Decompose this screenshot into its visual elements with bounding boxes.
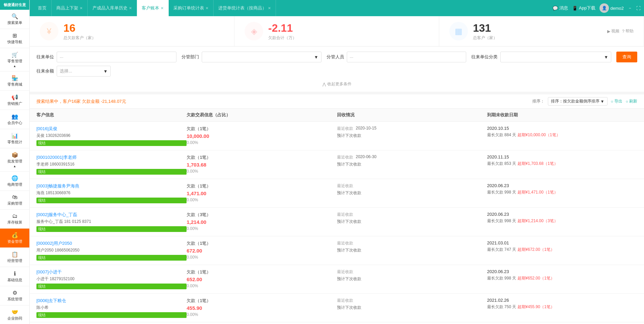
sidebar-item-purchase[interactable]: 🛍 采购管理 bbox=[0, 191, 29, 210]
stat-actions: ▶ 视频 ? 帮助 bbox=[607, 28, 634, 34]
customer-name-1[interactable]: [0001020001]李老师 bbox=[36, 154, 187, 160]
window-maximize[interactable]: ⛶ bbox=[636, 6, 641, 11]
username: demo2 bbox=[610, 6, 624, 11]
sidebar-item-batch_mgmt[interactable]: 📦 批发管理 ▲ bbox=[0, 148, 29, 172]
debt-amount-1[interactable]: 1,703.68 bbox=[187, 162, 337, 168]
search-button[interactable]: 查询 bbox=[616, 52, 637, 62]
overdue-0[interactable]: 超期¥10,000.00（1笔） bbox=[517, 132, 560, 137]
sidebar-item-search[interactable]: 🔍 搜索菜单 bbox=[0, 10, 29, 29]
stat-amount-icon: ◈ bbox=[245, 22, 263, 40]
sidebar-item-member[interactable]: 👥 会员中心 bbox=[0, 110, 29, 129]
debt-amount-6[interactable]: 455.90 bbox=[187, 305, 337, 311]
sidebar-item-enterprise[interactable]: 🤝 企业协同 bbox=[0, 305, 29, 324]
help-btn[interactable]: ? 帮助 bbox=[622, 28, 634, 34]
table-row: [0003]畅捷服务尹海燕 海燕 18513066976 现结 欠款（1笔） 1… bbox=[30, 179, 644, 208]
refresh-btn[interactable]: ○ 刷新 bbox=[626, 98, 637, 104]
tab-home[interactable]: 首页 bbox=[33, 0, 52, 16]
overdue-2[interactable]: 超期¥1,471.00（1笔） bbox=[517, 190, 558, 195]
overdue-4[interactable]: 超期¥672.00（1笔） bbox=[517, 247, 555, 252]
filter-dept-select[interactable]: ▼ bbox=[202, 52, 321, 62]
recent-payment-6: 最近收款 bbox=[337, 298, 487, 303]
filter-balance-select[interactable]: 选择... ▼ bbox=[57, 66, 111, 77]
tab-purchase[interactable]: 采购订单统计表✕ bbox=[169, 0, 214, 16]
person-dots: ··· bbox=[350, 55, 354, 60]
customer-tag-0: 现结 bbox=[36, 140, 187, 146]
customer-name-3[interactable]: [0002]服务中心_丁磊 bbox=[36, 212, 187, 218]
recent-payment-1: 最近收款 2020-06-30 bbox=[337, 154, 487, 160]
tab-customer[interactable]: 客户账本✕ bbox=[137, 0, 169, 16]
export-btn[interactable]: ○ 导出 bbox=[611, 98, 622, 104]
overdue-5[interactable]: 超期¥652.00（1笔） bbox=[517, 276, 555, 281]
sort-value: 排序：按欠款金额倒序排序 bbox=[551, 98, 599, 104]
message-icon: 💬 bbox=[553, 6, 558, 11]
customer-info-4: [000002]用户2050 用户2050 18665062050 现结 bbox=[36, 240, 187, 261]
sort-select[interactable]: 排序：按欠款金额倒序排序 ▼ bbox=[548, 97, 608, 106]
user-menu[interactable]: 👤 demo2 bbox=[599, 3, 624, 13]
customer-name-0[interactable]: [0016]吴俊 bbox=[36, 126, 187, 132]
customer-name-5[interactable]: [0007]小进干 bbox=[36, 269, 187, 275]
app-download-label: App下载 bbox=[579, 5, 595, 11]
debt-amount-5[interactable]: 652.00 bbox=[187, 276, 337, 282]
tab-products[interactable]: 商品上下架✕ bbox=[52, 0, 88, 16]
debt-count-2: 欠款（1笔） bbox=[187, 183, 337, 189]
next-label-4: 预计下次收款 bbox=[337, 247, 361, 253]
next-label-6: 预计下次收款 bbox=[337, 305, 361, 311]
tab-inventory[interactable]: 进货单统计表（按商品）✕ bbox=[214, 0, 276, 16]
due-date-3: 2020.06.23 bbox=[487, 212, 637, 217]
sidebar-item-retail_mall[interactable]: 🏪 零售商城 bbox=[0, 71, 29, 91]
dept-chevron-icon: ▼ bbox=[314, 55, 318, 60]
enterprise-icon: 🤝 bbox=[11, 309, 18, 315]
video-btn[interactable]: ▶ 视频 bbox=[607, 28, 619, 34]
recent-payment-0: 最近收款 2020-10-15 bbox=[337, 126, 487, 131]
tab-close-customer[interactable]: ✕ bbox=[161, 6, 164, 10]
debt-amount-2[interactable]: 1,471.00 bbox=[187, 190, 337, 196]
message-btn[interactable]: 💬 消息 bbox=[553, 5, 568, 11]
retail_mall-icon: 🏪 bbox=[11, 75, 18, 81]
customer-name-4[interactable]: [000002]用户2050 bbox=[36, 240, 187, 246]
overdue-3[interactable]: 超期¥1,214.00（3笔） bbox=[517, 218, 558, 223]
next-payment-6: 预计下次收款 bbox=[337, 305, 487, 311]
overdue-6[interactable]: 超期¥455.90（1笔） bbox=[517, 304, 555, 309]
customer-tag-6: 现结 bbox=[36, 312, 187, 318]
marketing-icon: 📢 bbox=[11, 94, 18, 100]
tab-close-inventory[interactable]: ✕ bbox=[268, 6, 271, 10]
sidebar-item-retail_stats[interactable]: 📊 零售统计 bbox=[0, 129, 29, 148]
filter-unit-class-select[interactable]: ▼ bbox=[500, 52, 611, 62]
sidebar-item-ecommerce[interactable]: 🌐 电商管理 bbox=[0, 172, 29, 191]
sidebar-item-finance[interactable]: 💰 资金管理 bbox=[0, 229, 29, 248]
sidebar-item-system[interactable]: ⚙ 系统管理 bbox=[0, 286, 29, 305]
tab-close-production[interactable]: ✕ bbox=[129, 6, 132, 10]
due-info-5: 2020.06.23 最长欠款 998 天 超期¥652.00（1笔） bbox=[487, 269, 637, 281]
stat-amount-label: 欠款合计（万） bbox=[268, 35, 297, 41]
window-minimize[interactable]: － bbox=[628, 5, 632, 11]
sidebar-item-retail_mgmt[interactable]: 🛒 零售管理 ▲ bbox=[0, 48, 29, 71]
sidebar-label-operations: 经营管理 bbox=[7, 258, 22, 263]
debt-count-6: 欠款（1笔） bbox=[187, 298, 337, 304]
filter-person-input[interactable]: ··· bbox=[347, 52, 467, 62]
sidebar-item-inventory[interactable]: 🗂 库存核算 bbox=[0, 210, 29, 229]
next-label-3: 预计下次收款 bbox=[337, 219, 361, 225]
sidebar-item-nav[interactable]: ⊞ 快捷导航 bbox=[0, 29, 29, 48]
overdue-1[interactable]: 超期¥1,703.68（1笔） bbox=[517, 161, 558, 166]
sidebar-item-marketing[interactable]: 📢 营销推广 bbox=[0, 91, 29, 110]
purchase-icon: 🛍 bbox=[12, 194, 18, 200]
collapse-btn[interactable]: ⋀ 收起更多条件 bbox=[36, 80, 637, 88]
filter-from-unit-input[interactable]: ··· bbox=[57, 52, 176, 62]
recent-payment-3: 最近收款 bbox=[337, 212, 487, 217]
unit-class-chevron-icon: ▼ bbox=[604, 55, 608, 60]
app-download-btn[interactable]: 📱 App下载 bbox=[572, 5, 595, 11]
customer-info-0: [0016]吴俊 吴俊 13026203696 现结 bbox=[36, 126, 187, 146]
tab-production[interactable]: 产成品入库单历史✕ bbox=[88, 0, 137, 16]
debt-amount-4[interactable]: 672.00 bbox=[187, 248, 337, 254]
debt-amount-3[interactable]: 1,214.00 bbox=[187, 219, 337, 225]
debt-count-3: 欠款（3笔） bbox=[187, 212, 337, 218]
collapse-label: 收起更多条件 bbox=[327, 81, 352, 87]
due-info-0: 2020.10.15 最长欠款 884 天 超期¥10,000.00（1笔） bbox=[487, 126, 637, 138]
tab-close-purchase[interactable]: ✕ bbox=[205, 6, 208, 10]
customer-name-2[interactable]: [0003]畅捷服务尹海燕 bbox=[36, 183, 187, 189]
sidebar-item-operations[interactable]: 📋 经营管理 bbox=[0, 248, 29, 267]
customer-name-6[interactable]: [0006]去下粮仓 bbox=[36, 298, 187, 304]
tab-close-products[interactable]: ✕ bbox=[80, 6, 83, 10]
sidebar-item-basic_info[interactable]: ℹ 基础信息 bbox=[0, 267, 29, 286]
debt-amount-0[interactable]: 10,000.00 bbox=[187, 133, 337, 139]
